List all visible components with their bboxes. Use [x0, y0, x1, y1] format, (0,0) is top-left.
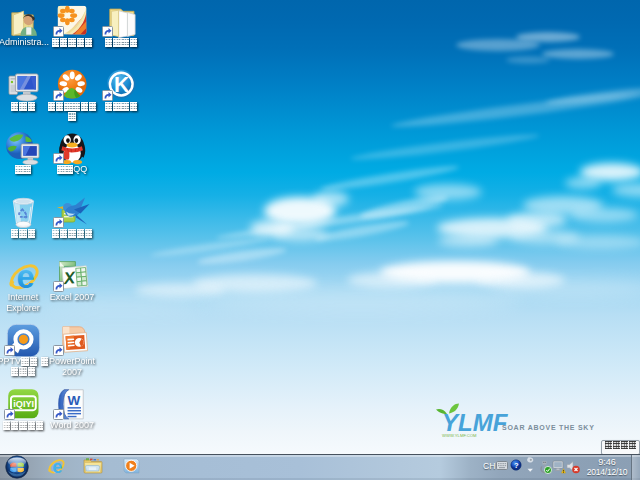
svg-text:?: ?: [514, 461, 519, 470]
svg-text:SOAR ABOVE THE SKY: SOAR ABOVE THE SKY: [502, 424, 595, 431]
svg-text:e: e: [52, 456, 62, 476]
svg-text:YLMF: YLMF: [442, 409, 509, 436]
svg-text:e: e: [17, 259, 35, 295]
svg-text:WWW.YLMF.COM: WWW.YLMF.COM: [442, 433, 477, 438]
svg-text:W: W: [68, 393, 81, 408]
svg-text:iQIYI: iQIYI: [13, 399, 34, 409]
svg-text:K: K: [114, 73, 130, 96]
